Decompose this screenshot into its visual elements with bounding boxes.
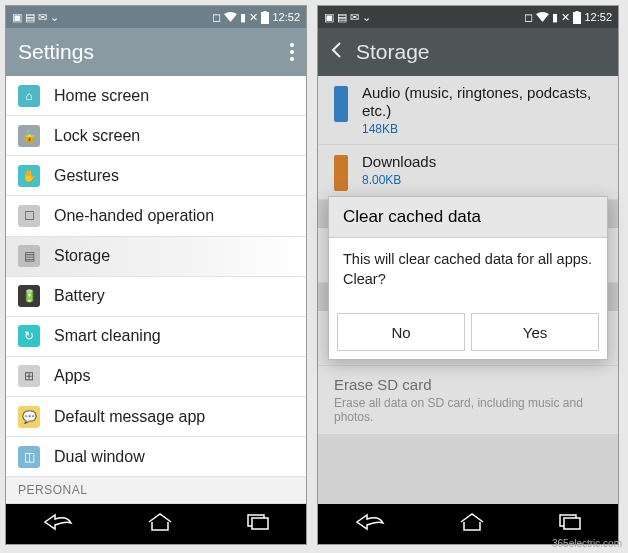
settings-item-label: Lock screen (54, 127, 140, 145)
status-left-icons: ▣ ▤ ✉ ⌄ (12, 11, 59, 24)
nav-bar (6, 504, 306, 544)
chevron-down-icon: ⌄ (50, 11, 59, 24)
image-icon: ▤ (25, 11, 35, 24)
page-title: Settings (18, 40, 94, 64)
gestures-icon: ✋ (18, 165, 40, 187)
nfc-icon: ◻ (212, 11, 221, 24)
dialog-yes-button[interactable]: Yes (471, 313, 599, 351)
no-signal-icon: ✕ (249, 11, 258, 24)
svg-rect-0 (261, 12, 269, 24)
image-icon: ▤ (337, 11, 347, 24)
home-screen-icon: ⌂ (18, 85, 40, 107)
dialog-body: This will clear cached data for all apps… (329, 238, 607, 305)
recent-button[interactable] (559, 514, 581, 534)
overflow-menu-icon[interactable] (290, 42, 294, 66)
battery-icon: 🔋 (18, 285, 40, 307)
lock-screen-icon: 🔒 (18, 125, 40, 147)
message-icon: 💬 (18, 406, 40, 428)
settings-item-default-message[interactable]: 💬 Default message app (6, 397, 306, 437)
wifi-icon (536, 12, 549, 22)
settings-item-label: Storage (54, 247, 110, 265)
settings-item-storage[interactable]: ▤ Storage (6, 237, 306, 277)
mail-icon: ✉ (38, 11, 47, 24)
status-bar: ▣ ▤ ✉ ⌄ ◻ ▮ ✕ 12:52 (318, 6, 618, 28)
clear-cache-dialog: Clear cached data This will clear cached… (328, 196, 608, 360)
settings-list: ⌂ Home screen 🔒 Lock screen ✋ Gestures ☐… (6, 76, 306, 504)
settings-item-label: Gestures (54, 167, 119, 185)
settings-item-lock-screen[interactable]: 🔒 Lock screen (6, 116, 306, 156)
settings-item-label: Dual window (54, 448, 145, 466)
signal-icon: ▮ (552, 11, 558, 24)
svg-rect-10 (564, 518, 580, 529)
battery-icon (573, 11, 581, 24)
nfc-icon: ◻ (524, 11, 533, 24)
svg-rect-1 (264, 11, 267, 13)
svg-point-2 (290, 43, 294, 47)
phone-settings: ▣ ▤ ✉ ⌄ ◻ ▮ ✕ 12:52 Settings ⌂ Home scre… (5, 5, 307, 545)
settings-item-smart-cleaning[interactable]: ↻ Smart cleaning (6, 317, 306, 357)
dual-window-icon: ◫ (18, 446, 40, 468)
home-button[interactable] (147, 513, 173, 535)
back-button[interactable] (43, 513, 73, 535)
apps-icon: ⊞ (18, 365, 40, 387)
battery-icon (261, 11, 269, 24)
back-button[interactable] (355, 513, 385, 535)
settings-item-label: Default message app (54, 408, 205, 426)
settings-item-label: One-handed operation (54, 207, 214, 225)
dialog-no-button[interactable]: No (337, 313, 465, 351)
signal-icon: ▮ (240, 11, 246, 24)
settings-item-battery[interactable]: 🔋 Battery (6, 277, 306, 317)
no-signal-icon: ✕ (561, 11, 570, 24)
sim-icon: ▣ (12, 11, 22, 24)
phone-storage: ▣ ▤ ✉ ⌄ ◻ ▮ ✕ 12:52 Storage (317, 5, 619, 545)
settings-item-home-screen[interactable]: ⌂ Home screen (6, 76, 306, 116)
settings-item-gestures[interactable]: ✋ Gestures (6, 156, 306, 196)
smart-cleaning-icon: ↻ (18, 325, 40, 347)
status-bar: ▣ ▤ ✉ ⌄ ◻ ▮ ✕ 12:52 (6, 6, 306, 28)
page-title: Storage (356, 40, 430, 64)
clock-text: 12:52 (584, 11, 612, 23)
chevron-down-icon: ⌄ (362, 11, 371, 24)
status-left-icons: ▣ ▤ ✉ ⌄ (324, 11, 371, 24)
settings-item-label: Battery (54, 287, 105, 305)
svg-point-4 (290, 57, 294, 61)
svg-rect-6 (252, 518, 268, 529)
back-icon[interactable] (330, 40, 342, 64)
settings-item-label: Apps (54, 367, 90, 385)
svg-rect-8 (576, 11, 579, 13)
svg-point-3 (290, 50, 294, 54)
status-right-icons: ◻ ▮ ✕ 12:52 (524, 11, 612, 24)
svg-rect-7 (573, 12, 581, 24)
title-bar: Storage (318, 28, 618, 76)
home-button[interactable] (459, 513, 485, 535)
settings-item-apps[interactable]: ⊞ Apps (6, 357, 306, 397)
storage-icon: ▤ (18, 245, 40, 267)
watermark: 365electric.com (552, 538, 622, 549)
clock-text: 12:52 (272, 11, 300, 23)
mail-icon: ✉ (350, 11, 359, 24)
title-bar: Settings (6, 28, 306, 76)
section-personal: PERSONAL (6, 477, 306, 504)
settings-item-label: Smart cleaning (54, 327, 161, 345)
dialog-title: Clear cached data (329, 197, 607, 238)
recent-button[interactable] (247, 514, 269, 534)
settings-item-one-handed[interactable]: ☐ One-handed operation (6, 196, 306, 236)
sim-icon: ▣ (324, 11, 334, 24)
one-handed-icon: ☐ (18, 205, 40, 227)
settings-item-label: Home screen (54, 87, 149, 105)
settings-item-dual-window[interactable]: ◫ Dual window (6, 437, 306, 477)
status-right-icons: ◻ ▮ ✕ 12:52 (212, 11, 300, 24)
wifi-icon (224, 12, 237, 22)
